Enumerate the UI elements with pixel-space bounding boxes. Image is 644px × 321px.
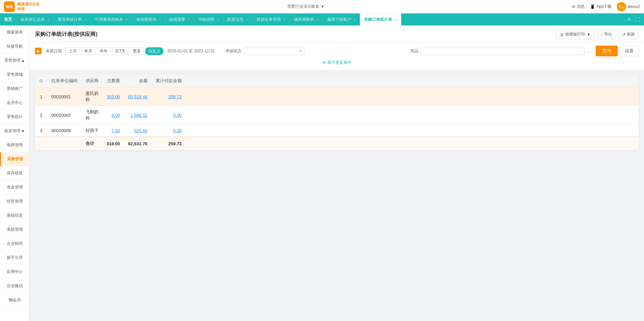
date-btn-7days[interactable]: 近7天 <box>112 47 128 55</box>
settings-icon[interactable]: ⚙ <box>39 78 43 84</box>
tab-order-summary[interactable]: 要货单统计表 × <box>54 13 91 25</box>
tab-close-purchase-summary[interactable]: × <box>395 18 397 21</box>
tab-invite-downstream[interactable]: 邀请下游客户 × <box>323 13 360 25</box>
date-btn-more[interactable]: 更多 <box>130 47 144 55</box>
user-profile[interactable]: Ea demo2 <box>617 2 640 11</box>
tab-maximize-btn[interactable]: ⛶ <box>634 16 641 23</box>
row-supplier: 飞鹤奶粉 <box>82 106 103 124</box>
table-row[interactable]: 1 00020001 惠氏奶粉 303.00 60,519.44 259.72 <box>35 88 639 106</box>
tab-close-function-guide[interactable]: × <box>217 18 219 21</box>
row-unit-code: 00020005 <box>47 124 82 137</box>
wholesale-arrow: ▼ <box>21 129 25 133</box>
col-extra <box>186 74 639 88</box>
tab-close-overstock[interactable]: × <box>188 18 190 21</box>
row-supplier: 好孩子 <box>82 124 103 137</box>
row-paid-amount: 259.72 <box>152 88 186 106</box>
table-footer: 合计 316.00 62,631.76 259.72 <box>35 137 639 150</box>
table-row[interactable]: 3 00020005 好孩子 7.00 525.80 0.00 <box>35 124 639 137</box>
sidebar-item-retail-mall[interactable]: 零售商城 <box>0 68 29 82</box>
goods-more-btn[interactable]: … <box>587 49 592 54</box>
row-unit-code: 00020001 <box>47 88 82 106</box>
sidebar-item-search[interactable]: 搜索菜单 <box>0 25 29 40</box>
tab-expiry-query[interactable]: 保质期查询 × <box>132 13 165 25</box>
sidebar-item-corp-wechat[interactable]: 企业微信 <box>0 279 29 293</box>
tab-pick-task[interactable]: 拣货任务管理 × <box>253 13 290 25</box>
tab-close-config-info[interactable]: × <box>246 18 248 21</box>
tab-close-expiry-query[interactable]: × <box>159 18 161 21</box>
sidebar-item-corp-collab[interactable]: 企业协同 <box>0 237 29 251</box>
table-row[interactable]: 2 00020002 飞鹤奶粉 6.00 1,586.52 0.00 <box>35 106 639 124</box>
message-btn[interactable]: ✉ 消息 <box>572 4 585 9</box>
row-main-qty: 6.00 <box>103 106 124 124</box>
row-paid-amount: 0.00 <box>152 124 186 137</box>
row-paid-amount: 0.00 <box>152 106 186 124</box>
sidebar-item-new-guide[interactable]: 新手引导 <box>0 251 29 265</box>
row-extra <box>186 88 639 106</box>
row-amount: 1,586.52 <box>124 106 152 124</box>
sidebar-item-retail-stats[interactable]: 零售统计 <box>0 110 29 124</box>
filter-toggle-btn[interactable]: ▶ <box>35 48 42 54</box>
sidebar-item-system[interactable]: 系统管理 <box>0 223 29 237</box>
date-btn-custom[interactable]: 自定义 <box>145 47 163 55</box>
tab-overstock[interactable]: 超储预警 × <box>165 13 194 25</box>
goods-label: 商品 <box>411 48 419 54</box>
export-btn[interactable]: ↓ 导出 <box>597 30 616 39</box>
row-supplier: 惠氏奶粉 <box>82 88 103 106</box>
tab-function-guide[interactable]: 功能说明 × <box>194 13 223 25</box>
sidebar-item-vip[interactable]: 畅会员 <box>0 293 29 307</box>
tab-close-pick-task[interactable]: × <box>283 18 285 21</box>
tab-close-available-stock[interactable]: × <box>126 18 128 21</box>
tab-receive-summary[interactable]: 收发存汇总表 × <box>16 13 54 25</box>
content-area: 采购订单统计表(按供应商) 🖨 按模板打印 ▼ ↓ 导出 ↺ 刷新 <box>30 25 644 321</box>
top-bar: 畅捷 畅捷通好生意 标版 母婴行业演示账套 ▼ ✉ 消息 📱 App下载 Ea … <box>0 0 644 13</box>
sidebar-item-inventory[interactable]: 库存核算 <box>0 166 29 180</box>
workspace-selector[interactable]: 母婴行业演示账套 ▼ <box>287 4 325 9</box>
date-btn-last-month[interactable]: 上月 <box>66 47 80 55</box>
sidebar-item-retail-mgmt[interactable]: 零售管理 ▲ <box>0 54 29 68</box>
footer-main-qty: 316.00 <box>103 137 124 150</box>
expand-more-btn[interactable]: ▼ 展开更多条件 <box>35 58 639 67</box>
date-btn-this-month[interactable]: 本月 <box>81 47 95 55</box>
tab-close-order-summary[interactable]: × <box>85 18 87 21</box>
tab-config-info[interactable]: 配置信息 × <box>223 13 253 25</box>
table-footer-row: 合计 316.00 62,631.76 259.72 <box>35 137 639 150</box>
tab-cost-adjust[interactable]: 成本调整单 × <box>290 13 323 25</box>
sidebar-item-marketing[interactable]: 营销推广 <box>0 82 29 96</box>
tab-close-receive-summary[interactable]: × <box>47 18 49 21</box>
table-container: ⚙ 往来单位编码 供应商 主数量 金额 <box>30 70 644 321</box>
tab-available-stock[interactable]: 可用量库存账本 × <box>91 13 132 25</box>
avatar: Ea <box>617 2 626 11</box>
export-icon: ↓ <box>601 32 603 37</box>
sidebar-item-purchase-mgmt[interactable]: 采购管理 <box>0 152 29 166</box>
tab-close-all-btn[interactable]: ✕ <box>626 16 633 23</box>
sidebar-item-members[interactable]: 会员中心 <box>0 96 29 110</box>
sidebar-item-operations[interactable]: 经营管理 <box>0 195 29 209</box>
data-table: ⚙ 往来单位编码 供应商 主数量 金额 <box>35 74 639 150</box>
sidebar-item-wholesale-mgmt[interactable]: 批发管理 ▼ <box>0 124 29 138</box>
sidebar-item-app-center[interactable]: 应用中心 <box>0 265 29 279</box>
footer-paid-amount: 259.72 <box>152 137 186 150</box>
tab-close-cost-adjust[interactable]: × <box>317 18 319 21</box>
date-btn-this-year[interactable]: 本年 <box>97 47 111 55</box>
tab-home[interactable]: 首页 <box>0 13 16 25</box>
sidebar-item-quick-nav[interactable]: 快捷导航 <box>0 40 29 54</box>
footer-amount: 62,631.76 <box>124 137 152 150</box>
sidebar-item-finance[interactable]: 资金管理 <box>0 180 29 195</box>
settings-btn[interactable]: 设置 <box>620 46 639 56</box>
query-btn[interactable]: 查询 <box>596 46 618 56</box>
status-select-wrapper <box>244 47 305 55</box>
goods-input[interactable] <box>421 47 585 55</box>
refresh-btn[interactable]: ↺ 刷新 <box>619 30 639 39</box>
app-download-btn[interactable]: 📱 App下载 <box>590 4 611 9</box>
nav-tabs-bar: 首页 收发存汇总表 × 要货单统计表 × 可用量库存账本 × 保质期查询 × 超… <box>0 13 644 25</box>
sidebar-item-ecommerce[interactable]: 电商管理 <box>0 138 29 152</box>
table-header-row: ⚙ 往来单位编码 供应商 主数量 金额 <box>35 74 639 88</box>
template-print-btn[interactable]: 🖨 按模板打印 ▼ <box>556 30 594 39</box>
tab-purchase-summary[interactable]: 采购订单统计表 × <box>360 13 401 25</box>
col-unit-code: 往来单位编码 <box>47 74 82 88</box>
logo-area: 畅捷 畅捷通好生意 标版 <box>4 1 40 12</box>
sidebar-item-basic-info[interactable]: 基础信息 <box>0 209 29 223</box>
col-supplier: 供应商 <box>82 74 103 88</box>
status-select[interactable] <box>244 47 305 55</box>
tab-close-invite-downstream[interactable]: × <box>354 18 356 21</box>
